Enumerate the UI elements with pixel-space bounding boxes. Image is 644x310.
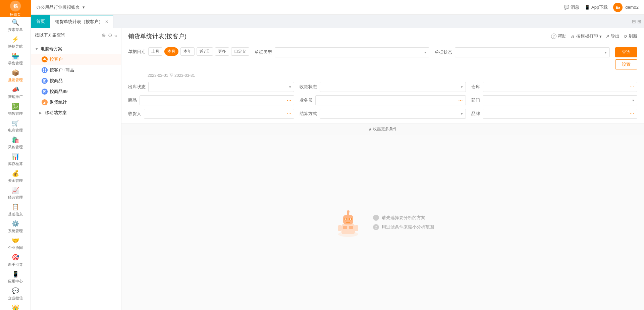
out-status-select[interactable]: ▾ xyxy=(148,82,294,92)
tree-item-return-stat[interactable]: 退货统计 xyxy=(31,97,121,108)
svg-rect-13 xyxy=(46,101,46,104)
export-btn[interactable]: ↗ 导出 xyxy=(606,33,620,39)
tree-item-by-goods-label: 按商品 xyxy=(50,78,63,84)
more-date-btn[interactable]: 更多 xyxy=(215,47,229,56)
sidebar-item-system[interactable]: ⚙️ 系统管理 xyxy=(0,218,31,235)
settings-scheme-btn[interactable]: ⊙ xyxy=(108,32,112,38)
inventory-icon: 📊 xyxy=(12,153,19,160)
filter-row-2: 出库状态 ▾ 收款状态 ▾ xyxy=(128,82,637,92)
goods-select[interactable]: ··· xyxy=(140,95,294,105)
quick-nav-icon: ⚡ xyxy=(12,36,19,43)
filter-main: 单据日期 上月 本月 本年 近7天 更多 自定义 xyxy=(128,47,637,119)
collapse-icon: ∧ xyxy=(369,127,372,132)
sidebar-logo[interactable]: 畅 标题页 xyxy=(0,0,31,17)
warehouse-select[interactable]: ··· xyxy=(483,82,637,92)
app-download-btn[interactable]: 📱 App下载 xyxy=(585,4,608,10)
doc-type-select[interactable]: ▾ xyxy=(275,47,430,57)
sidebar-item-label: 营销推广 xyxy=(8,94,23,99)
sidebar-item-wholesale[interactable]: 📦 批发管理 xyxy=(0,67,31,84)
svg-point-24 xyxy=(350,218,351,220)
by-goods-99-icon xyxy=(42,89,48,95)
settlement-select[interactable]: ▾ xyxy=(320,109,466,119)
tree-group-mobile-label: 移动端方案 xyxy=(45,110,67,116)
date-range-row: 2023-03-01 至 2023-03-31 xyxy=(148,73,637,79)
tree-item-by-customer-label: 按客户 xyxy=(50,56,63,62)
receiver-select[interactable]: ··· xyxy=(144,109,294,119)
goods-label: 商品 xyxy=(128,97,137,103)
sidebar-item-enterprise[interactable]: 🤝 企业协同 xyxy=(0,235,31,252)
sidebar-item-label: 库存核算 xyxy=(8,161,23,166)
doc-status-cell: 单据状态 ▾ xyxy=(435,47,610,57)
empty-tip-1: 1 请先选择要分析的方案 xyxy=(373,215,434,221)
sidebar-item-label: 搜索菜单 xyxy=(8,27,23,32)
tree-group-desktop-header[interactable]: ▼ 电脑端方案 xyxy=(31,44,121,54)
settings-btn[interactable]: 设置 xyxy=(615,59,637,69)
tree-item-by-customer-goods[interactable]: 按客户+商品 xyxy=(31,65,121,75)
tree-group-mobile-header[interactable]: ▶ 移动端方案 xyxy=(31,108,121,118)
dropdown-icon[interactable]: ▾ xyxy=(83,5,85,10)
tab-minimize-icon[interactable]: ⊟ xyxy=(632,19,636,24)
add-scheme-btn[interactable]: ⊕ xyxy=(102,32,106,38)
sidebar-item-purchase[interactable]: 🛍️ 采购管理 xyxy=(0,135,31,151)
filter-row-1: 单据日期 上月 本月 本年 近7天 更多 自定义 xyxy=(128,47,637,69)
this-year-btn[interactable]: 本年 xyxy=(180,47,195,56)
sidebar-logo-text: 标题页 xyxy=(10,12,21,17)
query-btn[interactable]: 查询 xyxy=(615,47,637,57)
refresh-btn[interactable]: ↺ 刷新 xyxy=(624,33,637,39)
sidebar-item-app-center[interactable]: 📱 应用中心 xyxy=(0,269,31,286)
sidebar-item-basic[interactable]: 📋 基础信息 xyxy=(0,202,31,218)
this-month-btn[interactable]: 本月 xyxy=(164,47,178,56)
svg-rect-5 xyxy=(43,70,44,72)
tree-container: ▼ 电脑端方案 按客户 按客户+商品 xyxy=(31,41,121,310)
message-icon: 💬 xyxy=(564,5,569,10)
sidebar-item-sales[interactable]: 💹 销售管理 xyxy=(0,101,31,118)
svg-rect-3 xyxy=(43,68,44,70)
tab-close-icon[interactable]: ✕ xyxy=(105,19,108,24)
wholesale-icon: 📦 xyxy=(12,69,19,76)
sidebar-item-wechat[interactable]: 💬 企业微信 xyxy=(0,286,31,302)
sidebar-item-ecommerce[interactable]: 🛒 电商管理 xyxy=(0,118,31,135)
salesperson-select[interactable]: ··· xyxy=(315,95,466,105)
out-status-cell: 出库状态 ▾ xyxy=(128,82,294,92)
tree-item-by-customer[interactable]: 按客户 xyxy=(31,54,121,65)
tree-item-by-goods-99[interactable]: 按商品99 xyxy=(31,86,121,97)
brand-select[interactable]: ··· xyxy=(483,109,637,119)
tab-home[interactable]: 首页 xyxy=(31,15,50,28)
sidebar-item-label: 快捷导航 xyxy=(8,44,23,49)
sidebar-item-member[interactable]: 👑 畅会员 xyxy=(0,302,31,310)
last-7days-btn[interactable]: 近7天 xyxy=(197,47,213,56)
sidebar-item-guide[interactable]: 🎯 新手引导 xyxy=(0,252,31,269)
tab-sales-stat-label: 销货单统计表（按客户） xyxy=(55,19,103,25)
sidebar-item-inventory[interactable]: 📊 库存核算 xyxy=(0,151,31,168)
payment-status-select[interactable]: ▾ xyxy=(320,82,466,92)
by-customer-icon xyxy=(42,56,48,62)
custom-date-btn[interactable]: 自定义 xyxy=(231,47,249,56)
message-btn[interactable]: 💬 消息 xyxy=(564,4,579,10)
department-select[interactable]: ▾ xyxy=(483,95,637,105)
tree-item-by-goods[interactable]: 按商品 xyxy=(31,75,121,86)
sidebar-item-label: 企业协同 xyxy=(8,245,23,250)
tab-expand-area: ⊟ ⊞ xyxy=(629,19,644,24)
sidebar-item-quick-nav[interactable]: ⚡ 快捷导航 xyxy=(0,34,31,51)
tab-sales-stat[interactable]: 销货单统计表（按客户） ✕ xyxy=(50,15,113,28)
sidebar-item-marketing[interactable]: 📣 营销推广 xyxy=(0,84,31,101)
operation-icon: 📈 xyxy=(12,187,19,194)
sidebar-item-retail[interactable]: 🏪 零售管理 xyxy=(0,51,31,67)
doc-type-cell: 单据类型 ▾ xyxy=(255,47,430,57)
template-print-btn[interactable]: 🖨 按模板打印 ▾ xyxy=(571,33,602,39)
user-menu[interactable]: Ea demo2 xyxy=(613,3,639,12)
collapse-bar[interactable]: ∧ 收起更多条件 xyxy=(121,123,644,135)
message-label: 消息 xyxy=(571,4,579,10)
filter-wrapper: 单据日期 上月 本月 本年 近7天 更多 自定义 xyxy=(128,47,637,119)
last-month-btn[interactable]: 上月 xyxy=(148,47,162,56)
collapse-panel-btn[interactable]: « xyxy=(114,33,117,38)
empty-tip-2: 2 用过滤条件来缩小分析范围 xyxy=(373,224,434,230)
left-panel-title: 按以下方案查询 xyxy=(35,32,65,38)
help-btn[interactable]: ? 帮助 xyxy=(551,33,567,39)
sidebar-item-finance[interactable]: 💰 资金管理 xyxy=(0,168,31,185)
tab-maximize-icon[interactable]: ⊞ xyxy=(637,19,641,24)
settlement-label: 结算方式 xyxy=(300,111,317,117)
sidebar-item-search[interactable]: 🔍 搜索菜单 xyxy=(0,17,31,34)
sidebar-item-operation[interactable]: 📈 经营管理 xyxy=(0,185,31,202)
doc-status-select[interactable]: ▾ xyxy=(455,47,610,57)
